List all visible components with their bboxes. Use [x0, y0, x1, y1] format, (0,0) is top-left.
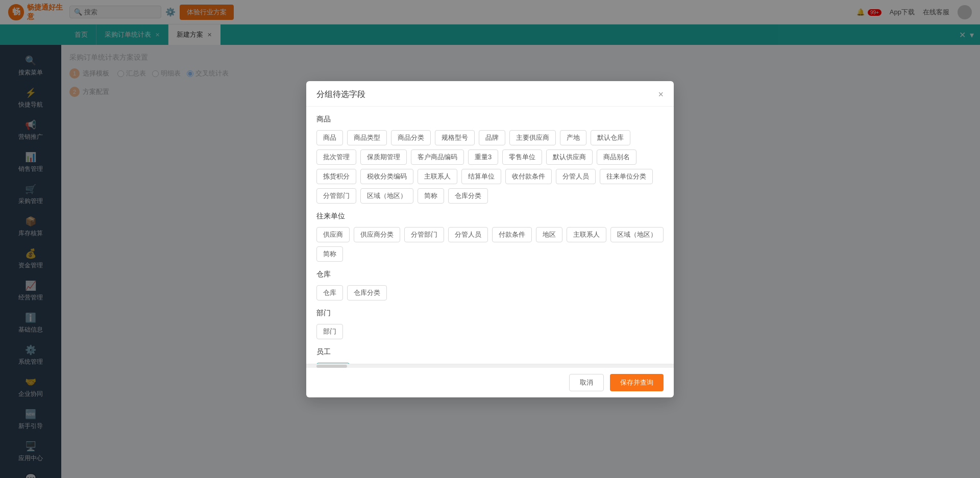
field-tag-supplier-category[interactable]: 供应商分类 — [354, 227, 400, 242]
field-tag-region[interactable]: 区域（地区） — [360, 188, 413, 204]
dialog-hscrollbar[interactable] — [306, 364, 674, 367]
field-tag-batch-mgmt[interactable]: 批次管理 — [316, 149, 356, 165]
dialog-body: 商品 商品 商品类型 商品分类 规格型号 品牌 主要供应商 产地 默认仓库 批次… — [306, 107, 674, 364]
field-tag-payment-terms[interactable]: 收付款条件 — [505, 169, 552, 184]
field-tag-main-supplier[interactable]: 主要供应商 — [509, 130, 556, 145]
field-tag-region2[interactable]: 区域（地区） — [610, 227, 664, 242]
section-label-employee: 员工 — [316, 347, 664, 357]
cancel-button[interactable]: 取消 — [569, 374, 604, 391]
save-query-button[interactable]: 保存并查询 — [610, 374, 664, 391]
field-tag-product[interactable]: 商品 — [316, 130, 343, 145]
field-tag-short-name[interactable]: 简称 — [418, 188, 444, 204]
field-tag-product-category[interactable]: 商品分类 — [391, 130, 431, 145]
dialog-header: 分组待选字段 × — [306, 81, 674, 107]
field-tag-pick-points[interactable]: 拣货积分 — [316, 169, 356, 184]
dialog-footer: 取消 保存并查询 — [306, 367, 674, 397]
field-tag-expiry-mgmt[interactable]: 保质期管理 — [360, 149, 407, 165]
field-tag-default-warehouse[interactable]: 默认仓库 — [591, 130, 630, 145]
field-tag-product-alias[interactable]: 商品别名 — [597, 149, 636, 165]
field-tag-spec-model[interactable]: 规格型号 — [435, 130, 475, 145]
field-tag-supplier[interactable]: 供应商 — [316, 227, 350, 242]
field-tag-short-name2[interactable]: 简称 — [316, 246, 343, 262]
field-tag-customer-code[interactable]: 客户商品编码 — [411, 149, 464, 165]
counterparty-fields-grid: 供应商 供应商分类 分管部门 分管人员 付款条件 地区 主联系人 区域（地区） … — [316, 227, 664, 262]
field-tag-main-contact[interactable]: 主联系人 — [418, 169, 457, 184]
field-tag-main-contact2[interactable]: 主联系人 — [567, 227, 606, 242]
field-tag-department[interactable]: 部门 — [316, 324, 343, 339]
warehouse-fields-grid: 仓库 仓库分类 — [316, 285, 664, 300]
field-tag-managing-dept[interactable]: 分管部门 — [316, 188, 356, 204]
field-tag-retail-unit[interactable]: 零售单位 — [502, 149, 542, 165]
dialog-title: 分组待选字段 — [316, 89, 365, 100]
field-tag-default-supplier[interactable]: 默认供应商 — [546, 149, 593, 165]
product-fields-grid: 商品 商品类型 商品分类 规格型号 品牌 主要供应商 产地 默认仓库 批次管理 … — [316, 130, 664, 204]
field-tag-manager[interactable]: 分管人员 — [556, 169, 596, 184]
field-tag-settlement-unit[interactable]: 结算单位 — [461, 169, 501, 184]
field-tag-brand[interactable]: 品牌 — [479, 130, 505, 145]
dialog-close-button[interactable]: × — [658, 89, 664, 100]
field-tag-person[interactable]: 分管人员 — [448, 227, 488, 242]
field-select-dialog: 分组待选字段 × 商品 商品 商品类型 商品分类 规格型号 品牌 主要供应商 产… — [306, 81, 674, 397]
field-tag-warehouse-category[interactable]: 仓库分类 — [448, 188, 488, 204]
dialog-overlay: 分组待选字段 × 商品 商品 商品类型 商品分类 规格型号 品牌 主要供应商 产… — [0, 0, 980, 478]
section-label-product: 商品 — [316, 115, 664, 124]
section-label-dept: 部门 — [316, 309, 664, 318]
field-tag-counterparty-category[interactable]: 往来单位分类 — [600, 169, 653, 184]
field-tag-payment-condition[interactable]: 付款条件 — [492, 227, 532, 242]
field-tag-tax-code[interactable]: 税收分类编码 — [360, 169, 413, 184]
field-tag-warehouse-cat[interactable]: 仓库分类 — [347, 285, 387, 300]
section-label-counterparty: 往来单位 — [316, 212, 664, 221]
dept-fields-grid: 部门 — [316, 324, 664, 339]
field-tag-area[interactable]: 地区 — [536, 227, 562, 242]
field-tag-origin[interactable]: 产地 — [560, 130, 586, 145]
field-tag-weight3[interactable]: 重量3 — [468, 149, 498, 165]
dialog-hscrollbar-thumb[interactable] — [316, 365, 347, 368]
field-tag-dept[interactable]: 分管部门 — [404, 227, 444, 242]
section-label-warehouse: 仓库 — [316, 270, 664, 279]
field-tag-warehouse[interactable]: 仓库 — [316, 285, 343, 300]
field-tag-product-type[interactable]: 商品类型 — [347, 130, 387, 145]
